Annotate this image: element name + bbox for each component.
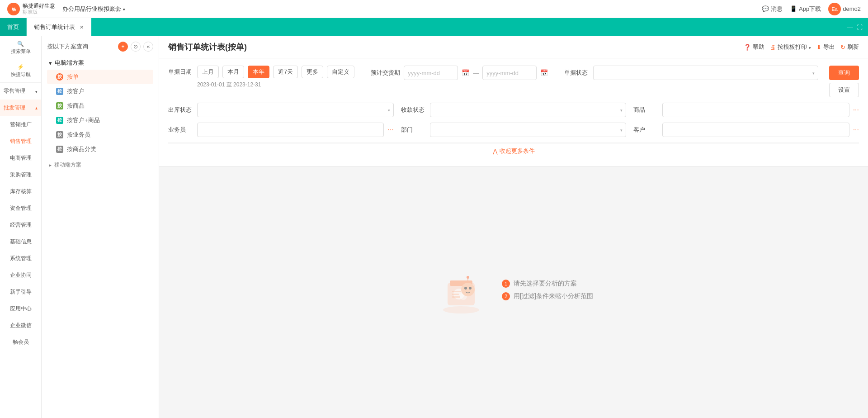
payment-status-select[interactable] — [430, 103, 627, 117]
sidebar-item-base[interactable]: 基础信息 — [0, 233, 41, 250]
scheme-by-salesperson[interactable]: 按 按业务员 — [47, 128, 153, 142]
goods-input[interactable] — [662, 103, 849, 117]
collapse-panel-btn[interactable]: « — [143, 42, 153, 52]
goods-more-btn[interactable]: ··· — [853, 106, 859, 114]
empty-illustration — [434, 265, 488, 320]
logo-icon: 畅 — [7, 3, 20, 15]
print-icon: 🖨 — [770, 44, 776, 51]
date-btn-this-year[interactable]: 本年 — [248, 66, 269, 78]
sidebar-item-system[interactable]: 系统管理 — [0, 250, 41, 267]
empty-state-content: 1 请先选择要分析的方案 2 用[过滤]条件来缩小分析范围 — [434, 265, 593, 320]
tab-expand-icon[interactable]: ⛶ — [857, 24, 863, 31]
search-icon: 🔍 — [17, 41, 24, 47]
sidebar-item-purchase[interactable]: 采购管理 — [0, 166, 41, 183]
sidebar-search-section: 🔍 搜索菜单 ⚡ 快捷导航 — [0, 36, 41, 83]
customer-more-btn[interactable]: ··· — [853, 126, 859, 134]
message-icon: 💬 — [762, 5, 769, 12]
salesperson-more-btn[interactable]: ··· — [387, 126, 393, 134]
message-btn[interactable]: 💬 消息 — [762, 5, 783, 13]
sidebar-item-wechat[interactable]: 企业微信 — [0, 317, 41, 334]
sidebar-item-marketing[interactable]: 营销推广 — [0, 116, 41, 133]
dept-select[interactable] — [430, 123, 627, 137]
edit-scheme-btn[interactable]: ⊙ — [131, 42, 141, 52]
date-btn-7days[interactable]: 近7天 — [273, 66, 298, 78]
tab-minimize-icon[interactable]: — — [847, 24, 853, 31]
mobile-group-title[interactable]: 移动端方案 — [47, 158, 153, 171]
retail-arrow — [35, 88, 38, 95]
scheme-by-category[interactable]: 按 按商品分类 — [47, 142, 153, 157]
left-panel: 按以下方案查询 + ⊙ « 电脑端方案 — [42, 36, 159, 418]
salesperson-input[interactable] — [197, 123, 384, 137]
download-icon: 📱 — [790, 5, 797, 12]
search-btn[interactable]: 查询 — [829, 66, 859, 80]
filter-row-3: 业务员 ··· 部门 客户 ··· — [168, 123, 859, 137]
logo-text: 畅捷通好生意 标准版 — [23, 3, 55, 15]
date-btn-custom[interactable]: 自定义 — [327, 66, 354, 78]
sidebar: 🔍 搜索菜单 ⚡ 快捷导航 零售管理 批发管理 ▴ 营销推广 销售管理 电商管理… — [0, 36, 42, 418]
refresh-icon: ↻ — [840, 44, 845, 51]
left-panel-actions: + ⊙ « — [118, 42, 153, 52]
sidebar-item-retail[interactable]: 零售管理 — [0, 83, 41, 100]
sidebar-item-ecom[interactable]: 电商管理 — [0, 150, 41, 166]
scheme-by-order[interactable]: 按 按单 — [47, 70, 153, 84]
date-btn-this-month[interactable]: 本月 — [222, 66, 244, 78]
pc-group-arrow — [49, 60, 52, 66]
status-select[interactable] — [593, 66, 818, 80]
page-header-actions: ❓ 帮助 🖨 按模板打印 ⬇ 导出 ↻ 刷新 — [744, 43, 859, 57]
scheme-by-customer[interactable]: 按 按客户 — [47, 84, 153, 99]
stock-status-label: 出库状态 — [168, 106, 193, 114]
sidebar-search[interactable]: 🔍 搜索菜单 — [0, 36, 41, 59]
expected-date-start[interactable] — [404, 66, 458, 80]
sidebar-item-newbie[interactable]: 新手引导 — [0, 284, 41, 300]
scheme-icon-customer: 按 — [56, 88, 63, 95]
date-range-text: 2023-01-01 至 2023-12-31 — [197, 81, 261, 88]
add-scheme-btn[interactable]: + — [118, 42, 128, 52]
mobile-group-arrow — [49, 162, 52, 168]
expected-date-end[interactable] — [482, 66, 537, 80]
left-panel-title: 按以下方案查询 — [47, 43, 88, 51]
help-btn[interactable]: ❓ 帮助 — [744, 43, 764, 51]
user-area[interactable]: Ea demo2 — [828, 3, 861, 15]
edit-icon: ⊙ — [133, 43, 138, 50]
sidebar-item-member[interactable]: 畅会员 — [0, 334, 41, 351]
calendar-icon-2[interactable]: 📅 — [540, 69, 548, 76]
svg-point-2 — [443, 306, 479, 314]
svg-point-11 — [464, 287, 467, 290]
payment-status-label: 收款状态 — [401, 106, 426, 114]
sidebar-item-inventory[interactable]: 库存核算 — [0, 183, 41, 200]
tab-home[interactable]: 首页 — [0, 18, 27, 36]
tab-order-stat[interactable]: 销售订单统计表 ✕ — [27, 18, 91, 36]
sidebar-item-wholesale[interactable]: 批发管理 ▴ — [0, 100, 41, 116]
sidebar-item-operation[interactable]: 经营管理 — [0, 217, 41, 233]
sidebar-item-appcenter[interactable]: 应用中心 — [0, 300, 41, 317]
content-area: 按以下方案查询 + ⊙ « 电脑端方案 — [42, 36, 868, 418]
app-selector[interactable]: 办公用品行业模拟账套 — [59, 5, 129, 13]
sidebar-item-finance[interactable]: 资金管理 — [0, 200, 41, 217]
customer-label: 客户 — [633, 126, 659, 134]
settings-btn[interactable]: 设置 — [829, 83, 859, 97]
page-title: 销售订单统计表(按单) — [168, 42, 247, 58]
print-chevron — [809, 44, 811, 51]
tab-close-icon[interactable]: ✕ — [80, 24, 84, 30]
stock-status-select[interactable] — [197, 103, 394, 117]
svg-point-12 — [469, 287, 472, 290]
scheme-by-cust-goods[interactable]: 按 按客户+商品 — [47, 113, 153, 128]
calendar-icon-1[interactable]: 📅 — [462, 69, 469, 76]
more-conditions-row: ⋀ 收起更多条件 — [168, 142, 859, 159]
customer-input[interactable] — [662, 123, 849, 137]
left-panel-header: 按以下方案查询 + ⊙ « — [47, 42, 153, 52]
sidebar-item-enterprise[interactable]: 企业协同 — [0, 267, 41, 284]
dept-item: 部门 — [401, 123, 627, 137]
refresh-btn[interactable]: ↻ 刷新 — [840, 43, 859, 51]
pc-group-title[interactable]: 电脑端方案 — [47, 56, 153, 70]
sidebar-item-sales[interactable]: 销售管理 — [0, 133, 41, 150]
more-conditions-btn[interactable]: ⋀ 收起更多条件 — [168, 143, 859, 159]
export-btn[interactable]: ⬇ 导出 — [816, 43, 835, 51]
scheme-by-goods[interactable]: 按 按商品 — [47, 99, 153, 113]
date-btn-last-month[interactable]: 上月 — [197, 66, 219, 78]
sidebar-quicknav[interactable]: ⚡ 快捷导航 — [0, 59, 41, 82]
tip-num-1: 1 — [502, 280, 510, 288]
template-print-btn[interactable]: 🖨 按模板打印 — [770, 43, 811, 51]
app-download-btn[interactable]: 📱 App下载 — [790, 5, 821, 13]
date-btn-more[interactable]: 更多 — [302, 66, 323, 78]
